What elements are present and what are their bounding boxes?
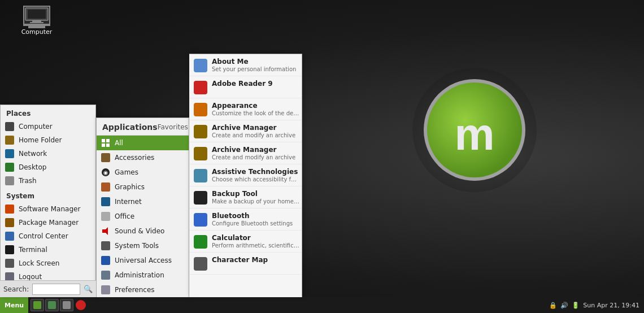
menu-item-trash[interactable]: Trash bbox=[1, 174, 95, 188]
app-category-access[interactable]: Universal Access bbox=[97, 253, 189, 268]
app-category-grid[interactable]: All bbox=[97, 136, 189, 150]
app-items-panel: About MeSet your personal informationAdo… bbox=[189, 54, 302, 297]
app-item-appearance[interactable]: AppearanceCustomize the look of the desk… bbox=[189, 98, 302, 120]
network-tray-icon: 🔒 bbox=[549, 302, 557, 309]
desktop: m Computer Places ComputerHome FolderNet… bbox=[0, 0, 644, 313]
app-category-office[interactable]: Office bbox=[97, 209, 189, 224]
svg-rect-11 bbox=[106, 144, 110, 147]
app-item-calc[interactable]: CalculatorPerform arithmetic, scientific… bbox=[189, 231, 302, 253]
search-input[interactable] bbox=[35, 285, 77, 293]
svg-rect-7 bbox=[30, 22, 43, 23]
taskbar-right: 🔒 🔊 🔋 Sun Apr 21, 19:41 bbox=[545, 302, 644, 309]
svg-rect-10 bbox=[102, 144, 105, 147]
pdf-app-icon bbox=[194, 81, 207, 94]
computer-icon-label: Computer bbox=[21, 28, 53, 36]
taskbar: Menu 🔒 🔊 🔋 Sun Apr 21, 19:41 bbox=[0, 297, 644, 313]
app-item-bluetooth[interactable]: BluetoothConfigure Bluetooth settings bbox=[189, 208, 302, 231]
games-category-icon: ◉ bbox=[101, 168, 110, 177]
menu-item-computer[interactable]: Computer bbox=[1, 120, 95, 133]
app-item-charmap[interactable]: Character Map bbox=[189, 253, 302, 275]
app-category-admin[interactable]: Administration bbox=[97, 268, 189, 282]
svg-text:◉: ◉ bbox=[103, 169, 108, 176]
mint-logo: m bbox=[390, 45, 559, 215]
taskbar-icon-1 bbox=[33, 301, 41, 309]
app-item-person[interactable]: About MeSet your personal information bbox=[189, 54, 302, 76]
home-icon bbox=[5, 136, 14, 145]
volume-tray-icon: 🔊 bbox=[560, 302, 568, 309]
apps-categories-list: AllAccessories◉GamesGraphicsInternetOffi… bbox=[97, 136, 189, 297]
start-button[interactable]: Menu bbox=[0, 297, 28, 313]
menu-panel: Places ComputerHome FolderNetworkDesktop… bbox=[0, 105, 96, 297]
monitor-icon bbox=[5, 122, 14, 131]
search-icon[interactable]: 🔍 bbox=[84, 285, 93, 293]
menu-item-network[interactable]: Network bbox=[1, 147, 95, 160]
svg-rect-8 bbox=[102, 139, 105, 142]
taskbar-btn-1[interactable] bbox=[31, 299, 44, 311]
search-bar: Search: 🔍 bbox=[0, 280, 96, 297]
taskbar-icon-2 bbox=[48, 301, 56, 309]
control-icon bbox=[5, 232, 14, 241]
archive-app-icon bbox=[194, 125, 207, 138]
terminal-icon bbox=[5, 245, 14, 254]
prefs-category-icon bbox=[101, 285, 110, 294]
software-icon bbox=[5, 205, 14, 214]
app-item-archive[interactable]: Archive ManagerCreate and modify an arch… bbox=[189, 142, 302, 164]
menu-item-lock-screen[interactable]: Lock Screen bbox=[1, 257, 95, 270]
svg-rect-5 bbox=[28, 10, 46, 19]
taskbar-btn-3[interactable] bbox=[60, 299, 73, 311]
taskbar-clock: Sun Apr 21, 19:41 bbox=[583, 302, 639, 309]
archive-app-icon bbox=[194, 147, 207, 160]
system-category-icon bbox=[101, 241, 110, 250]
app-category-games[interactable]: ◉Games bbox=[97, 165, 189, 180]
menu-item-terminal[interactable]: Terminal bbox=[1, 243, 95, 257]
svg-rect-9 bbox=[106, 139, 110, 142]
app-item-backup[interactable]: Backup ToolMake a backup of your home di… bbox=[189, 186, 302, 208]
battery-tray-icon: 🔋 bbox=[572, 302, 580, 309]
menu-item-home-folder[interactable]: Home Folder bbox=[1, 133, 95, 147]
network-icon bbox=[5, 149, 14, 158]
app-category-internet[interactable]: Internet bbox=[97, 194, 189, 209]
person-app-icon bbox=[194, 59, 207, 72]
menu-item-software-manager[interactable]: Software Manager bbox=[1, 202, 95, 216]
app-item-archive[interactable]: Archive ManagerCreate and modify an arch… bbox=[189, 120, 302, 142]
appearance-app-icon bbox=[194, 103, 207, 116]
taskbar-btn-2[interactable] bbox=[45, 299, 59, 311]
accessories-category-icon bbox=[101, 153, 110, 162]
app-category-sound[interactable]: Sound & Video bbox=[97, 224, 189, 238]
menu-item-package-manager[interactable]: Package Manager bbox=[1, 216, 95, 229]
menu-item-control-center[interactable]: Control Center bbox=[1, 229, 95, 243]
search-input-wrap[interactable] bbox=[32, 284, 80, 295]
applications-panel: Applications Favorites → AllAccessories◉… bbox=[96, 118, 189, 297]
app-category-accessories[interactable]: Accessories bbox=[97, 150, 189, 165]
app-item-pdf[interactable]: Adobe Reader 9 bbox=[189, 76, 302, 98]
places-list: ComputerHome FolderNetworkDesktopTrash bbox=[1, 120, 95, 188]
charmap-app-icon bbox=[194, 257, 207, 271]
app-category-prefs[interactable]: Preferences bbox=[97, 282, 189, 297]
svg-text:m: m bbox=[454, 109, 494, 159]
computer-desktop-icon[interactable]: Computer bbox=[17, 6, 56, 36]
places-title: Places bbox=[1, 105, 95, 120]
sound-category-icon bbox=[101, 227, 110, 236]
taskbar-icon-4[interactable] bbox=[76, 300, 86, 310]
backup-app-icon bbox=[194, 191, 207, 205]
access-category-icon bbox=[101, 256, 110, 265]
app-category-system[interactable]: System Tools bbox=[97, 238, 189, 253]
trash-icon bbox=[5, 176, 14, 185]
app-item-assistive[interactable]: Assistive TechnologiesChoose which acces… bbox=[189, 164, 302, 186]
grid-category-icon bbox=[101, 138, 110, 147]
menu-item-desktop[interactable]: Desktop bbox=[1, 160, 95, 174]
office-category-icon bbox=[101, 212, 110, 221]
graphics-category-icon bbox=[101, 182, 110, 192]
assistive-app-icon bbox=[194, 169, 207, 182]
lock-icon bbox=[5, 259, 14, 268]
computer-icon-image bbox=[23, 6, 50, 26]
app-items-list: About MeSet your personal informationAdo… bbox=[189, 54, 302, 297]
svg-marker-14 bbox=[102, 227, 108, 235]
apps-title: Applications bbox=[102, 123, 158, 132]
internet-category-icon bbox=[101, 197, 110, 206]
package-icon bbox=[5, 218, 14, 227]
apps-header: Applications Favorites → bbox=[97, 118, 189, 136]
app-category-graphics[interactable]: Graphics bbox=[97, 180, 189, 194]
svg-rect-6 bbox=[32, 20, 41, 22]
admin-category-icon bbox=[101, 271, 110, 280]
